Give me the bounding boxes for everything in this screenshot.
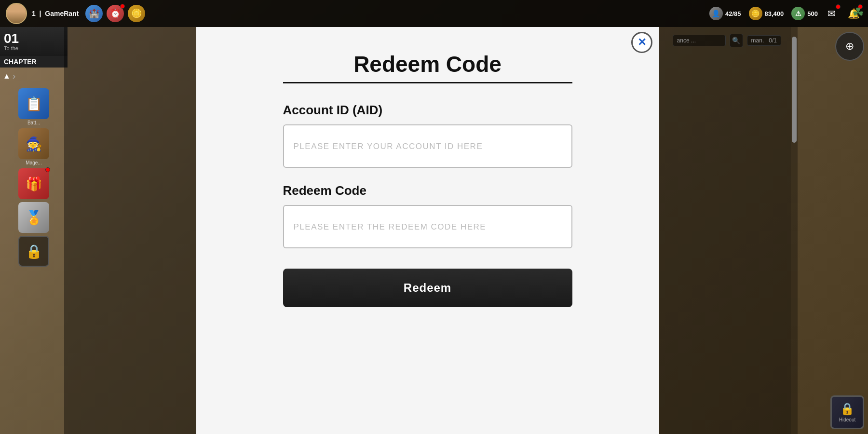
top-bar: 1 | GameRant 🏰 ⏰ 🪙 👤 42/85 🪙 83,400 ⚠ 50… [0, 0, 868, 27]
mage-label: Mage... [26, 160, 41, 165]
person-icon: 👤 [709, 7, 723, 20]
chapter-label: CHAPTER [0, 56, 68, 68]
compass-icon: ⊕ [845, 40, 854, 53]
sidebar-item-lock: 🔒 [3, 236, 65, 267]
mail-icon[interactable]: ✉ [823, 5, 840, 22]
stat-alert-value: 500 [807, 10, 818, 17]
stat-gold: 🪙 83,400 [749, 7, 784, 20]
submit-button[interactable]: Redeem [283, 269, 572, 307]
sidebar-item-mage[interactable]: 🧙 Mage... [3, 128, 65, 165]
chapter-banner: 01 To the [0, 27, 68, 56]
redeem-code-input[interactable] [283, 205, 572, 248]
top-bar-icons: 🏰 ⏰ 🪙 [85, 5, 145, 22]
player-info: 1 | GameRant [32, 10, 79, 17]
modal-title: Redeem Code [353, 51, 502, 77]
chapter-number: 01 [4, 32, 64, 45]
gift-icon: 🎁 [18, 168, 49, 199]
alert-icon: ⚠ [791, 7, 805, 20]
close-icon: ✕ [637, 36, 646, 49]
redeem-code-label: Redeem Code [283, 183, 572, 198]
stat-hp: 👤 42/85 [709, 7, 741, 20]
medal-icon: 🏅 [18, 202, 49, 233]
right-bottom: 🔒 Hideout [830, 395, 864, 429]
timer-red-dot [120, 4, 125, 9]
gift-red-dot [45, 167, 50, 172]
stat-gold-value: 83,400 [765, 10, 784, 17]
coin-icon[interactable]: 🪙 [128, 5, 145, 22]
clover-icon: ☘ [852, 5, 864, 21]
player-name: GameRant [45, 10, 79, 17]
scroll-track[interactable] [791, 27, 798, 434]
nav-arrow-right[interactable]: › [13, 70, 16, 81]
battle-icon: 📋 [18, 88, 49, 119]
modal-close-button[interactable]: ✕ [631, 32, 652, 53]
redeem-code-section: Redeem Code [283, 183, 572, 248]
chapter-to: To the [4, 45, 64, 51]
nav-arrow-up[interactable]: ▲ [3, 72, 11, 81]
left-sidebar: 01 To the CHAPTER ▲ › 📋 Batt... 🧙 Mage..… [0, 27, 68, 434]
account-id-label: Account ID (AID) [283, 103, 572, 118]
lock-icon: 🔒 [18, 236, 49, 267]
sidebar-nav: ▲ › [0, 68, 68, 84]
battle-label: Batt... [27, 120, 40, 125]
timer-icon[interactable]: ⏰ [107, 5, 124, 22]
right-panel: ⊕ 🔒 Hideout [829, 27, 868, 434]
sidebar-item-battle[interactable]: 📋 Batt... [3, 88, 65, 125]
scroll-thumb [792, 37, 797, 143]
account-id-section: Account ID (AID) [283, 103, 572, 168]
hideout-button[interactable]: 🔒 Hideout [830, 395, 864, 429]
hideout-label: Hideout [839, 417, 855, 422]
stat-group: 👤 42/85 🪙 83,400 ⚠ 500 [709, 7, 818, 20]
stat-hp-value: 42/85 [725, 10, 741, 17]
stat-alert: ⚠ 500 [791, 7, 818, 20]
gold-icon: 🪙 [749, 7, 762, 20]
account-id-input[interactable] [283, 124, 572, 168]
mail-red-dot [836, 4, 841, 9]
sidebar-item-medal[interactable]: 🏅 [3, 202, 65, 233]
modal-divider [283, 82, 572, 83]
sidebar-items: 📋 Batt... 🧙 Mage... 🎁 🏅 🔒 [0, 84, 68, 434]
player-level: 1 [32, 10, 36, 17]
modal-overlay: ✕ Redeem Code Account ID (AID) Redeem Co… [64, 27, 791, 434]
compass-button[interactable]: ⊕ [835, 32, 864, 61]
hideout-lock-icon: 🔒 [840, 402, 854, 416]
player-avatar[interactable] [6, 3, 27, 24]
mage-icon: 🧙 [18, 128, 49, 159]
castle-icon[interactable]: 🏰 [85, 5, 103, 22]
redeem-code-modal: ✕ Redeem Code Account ID (AID) Redeem Co… [196, 27, 659, 434]
sidebar-item-gift[interactable]: 🎁 [3, 168, 65, 199]
